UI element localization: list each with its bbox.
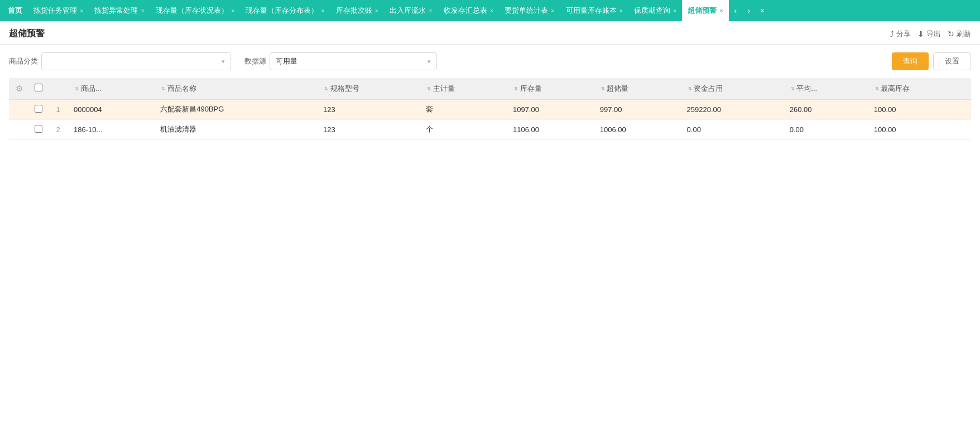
close-icon[interactable]: × bbox=[321, 7, 324, 14]
chevron-down-icon: ▾ bbox=[222, 58, 225, 65]
share-button[interactable]: ⤴ 分享 bbox=[890, 29, 911, 39]
nav-tab-task-mgmt[interactable]: 拣货任务管理 × bbox=[28, 0, 89, 21]
row-checkbox-cell[interactable] bbox=[29, 99, 48, 119]
nav-tab-task-mgmt-label: 拣货任务管理 bbox=[33, 6, 77, 16]
nav-tab-inventory-dist[interactable]: 现存量（库存分布表） × bbox=[240, 0, 330, 21]
nav-close-arrow[interactable]: × bbox=[756, 0, 769, 21]
nav-tab-abnormal[interactable]: 拣货异常处理 × bbox=[89, 0, 150, 21]
gear-icon[interactable]: ⚙ bbox=[16, 84, 23, 93]
close-icon[interactable]: × bbox=[490, 7, 493, 14]
row-product-code: 186-10... bbox=[68, 119, 155, 139]
category-select[interactable]: ▾ bbox=[41, 52, 231, 70]
row-overstock-qty: 997.00 bbox=[594, 99, 681, 119]
close-icon[interactable]: × bbox=[673, 7, 676, 14]
close-icon[interactable]: × bbox=[80, 7, 83, 14]
sort-icon: ⇅ bbox=[688, 86, 692, 91]
row-unit: 套 bbox=[420, 99, 507, 119]
sort-icon: ⇅ bbox=[161, 86, 165, 91]
row-checkbox[interactable] bbox=[35, 105, 42, 113]
sort-icon: ⇅ bbox=[791, 86, 795, 91]
sort-icon: ⇅ bbox=[324, 86, 328, 91]
spec-col-header[interactable]: ⇅ 规格型号 bbox=[318, 78, 420, 99]
close-icon[interactable]: × bbox=[231, 7, 234, 14]
nav-tab-inout-flow[interactable]: 出入库流水 × bbox=[384, 0, 438, 21]
row-checkbox[interactable] bbox=[35, 125, 42, 133]
close-icon[interactable]: × bbox=[375, 7, 378, 14]
settings-button[interactable]: 设置 bbox=[933, 52, 971, 70]
row-gear-cell bbox=[9, 99, 29, 119]
table-container: ⚙ ⇅ 商品... ⇅ 商品名称 ⇅ bbox=[0, 78, 980, 140]
nav-next-arrow[interactable]: › bbox=[742, 0, 756, 21]
max-stock-col-header[interactable]: ⇅ 最高库存 bbox=[868, 78, 971, 99]
nav-tab-quality-check[interactable]: 保质期查询 × bbox=[628, 0, 682, 21]
product-name-col-header[interactable]: ⇅ 商品名称 bbox=[155, 78, 318, 99]
datasource-label: 数据源 bbox=[244, 56, 266, 66]
row-spec: 123 bbox=[318, 119, 420, 139]
row-number: 2 bbox=[48, 119, 68, 139]
row-avg: 0.00 bbox=[784, 119, 868, 139]
nav-tab-order-stat[interactable]: 要货单统计表 × bbox=[499, 0, 560, 21]
checkbox-col-header[interactable] bbox=[29, 78, 48, 99]
top-nav: 首页 拣货任务管理 × 拣货异常处理 × 现存量（库存状况表） × 现存量（库存… bbox=[0, 0, 980, 21]
close-icon[interactable]: × bbox=[551, 7, 554, 14]
row-gear-cell bbox=[9, 119, 29, 139]
category-filter: 商品分类 ▾ bbox=[9, 52, 231, 70]
row-max-stock: 100.00 bbox=[868, 119, 971, 139]
table-body: 1 0000004 六配套新昌490BPG 123 套 1097.00 997.… bbox=[9, 99, 971, 139]
table-header-row: ⚙ ⇅ 商品... ⇅ 商品名称 ⇅ bbox=[9, 78, 971, 99]
row-max-stock: 100.00 bbox=[868, 99, 971, 119]
filter-buttons: 查询 设置 bbox=[892, 52, 971, 70]
refresh-icon: ↻ bbox=[948, 30, 954, 38]
close-icon[interactable]: × bbox=[619, 7, 623, 14]
row-avg: 260.00 bbox=[784, 99, 868, 119]
row-product-code: 0000004 bbox=[68, 99, 155, 119]
nav-tab-inout-flow-label: 出入库流水 bbox=[390, 6, 426, 16]
datasource-select[interactable]: 可用量 ▾ bbox=[270, 52, 437, 70]
row-checkbox-cell[interactable] bbox=[29, 119, 48, 139]
row-spec: 123 bbox=[318, 99, 420, 119]
gear-col-header: ⚙ bbox=[9, 78, 29, 99]
nav-tab-batch-account[interactable]: 库存批次账 × bbox=[330, 0, 384, 21]
select-all-checkbox[interactable] bbox=[35, 84, 42, 91]
row-capital-used: 0.00 bbox=[681, 119, 784, 139]
overstock-qty-col-header[interactable]: ⇅ 超储量 bbox=[594, 78, 681, 99]
nav-tab-available-ledger[interactable]: 可用量库存账本 × bbox=[560, 0, 628, 21]
row-product-name: 六配套新昌490BPG bbox=[155, 99, 318, 119]
nav-tab-home[interactable]: 首页 bbox=[2, 0, 28, 21]
nav-tab-overstock-warning[interactable]: 超储预警 × bbox=[682, 0, 728, 21]
nav-tab-inventory-status-label: 现存量（库存状况表） bbox=[156, 6, 228, 16]
rownum-col-header bbox=[48, 78, 68, 99]
capital-used-col-header[interactable]: ⇅ 资金占用 bbox=[681, 78, 784, 99]
sort-icon: ⇅ bbox=[427, 86, 431, 91]
nav-prev-arrow[interactable]: ‹ bbox=[729, 0, 742, 21]
sort-icon: ⇅ bbox=[875, 86, 879, 91]
close-icon[interactable]: × bbox=[141, 7, 144, 14]
export-icon: ⬇ bbox=[917, 30, 924, 38]
datasource-value: 可用量 bbox=[276, 56, 297, 66]
nav-tab-inventory-status[interactable]: 现存量（库存状况表） × bbox=[150, 0, 240, 21]
sort-icon: ⇅ bbox=[75, 86, 79, 91]
filter-area: 商品分类 ▾ 数据源 可用量 ▾ 查询 设置 bbox=[0, 45, 980, 78]
refresh-button[interactable]: ↻ 刷新 bbox=[948, 29, 971, 39]
nav-tab-abnormal-label: 拣货异常处理 bbox=[94, 6, 138, 16]
avg-col-header[interactable]: ⇅ 平均... bbox=[784, 78, 868, 99]
row-number: 1 bbox=[48, 99, 68, 119]
product-code-col-header[interactable]: ⇅ 商品... bbox=[68, 78, 155, 99]
query-button[interactable]: 查询 bbox=[892, 52, 929, 70]
nav-tab-collect-send[interactable]: 收发存汇总表 × bbox=[438, 0, 499, 21]
nav-tab-order-stat-label: 要货单统计表 bbox=[505, 6, 548, 16]
close-icon[interactable]: × bbox=[429, 7, 432, 14]
close-icon[interactable]: × bbox=[719, 7, 723, 14]
sort-icon: ⇅ bbox=[601, 86, 605, 91]
row-overstock-qty: 1006.00 bbox=[594, 119, 681, 139]
stock-qty-col-header[interactable]: ⇅ 库存量 bbox=[507, 78, 594, 99]
export-button[interactable]: ⬇ 导出 bbox=[917, 29, 941, 39]
category-label: 商品分类 bbox=[9, 56, 38, 66]
data-table: ⚙ ⇅ 商品... ⇅ 商品名称 ⇅ bbox=[9, 78, 971, 140]
row-stock-qty: 1106.00 bbox=[507, 119, 594, 139]
table-row: 1 0000004 六配套新昌490BPG 123 套 1097.00 997.… bbox=[9, 99, 971, 119]
table-row: 2 186-10... 机油滤清器 123 个 1106.00 1006.00 … bbox=[9, 119, 971, 139]
page-title: 超储预警 bbox=[9, 28, 45, 40]
unit-col-header[interactable]: ⇅ 主计量 bbox=[420, 78, 507, 99]
nav-tab-quality-check-label: 保质期查询 bbox=[634, 6, 670, 16]
